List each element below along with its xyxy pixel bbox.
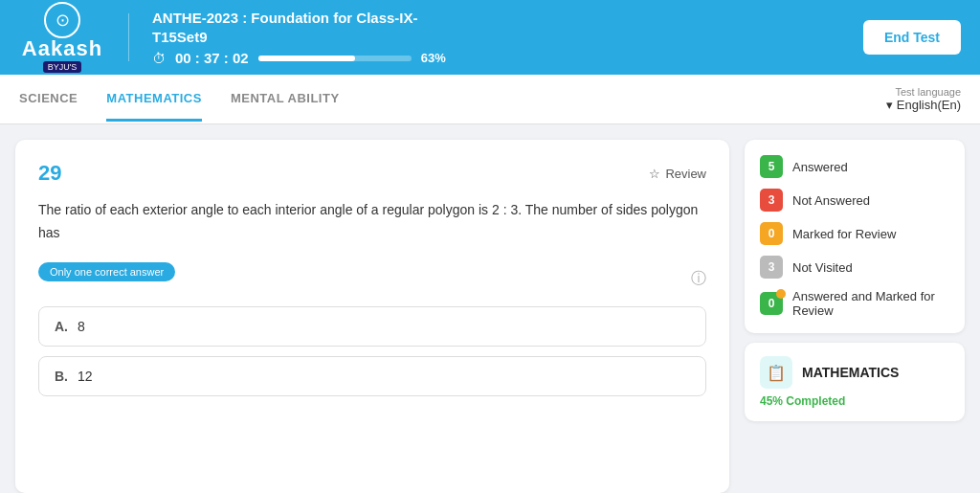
chevron-down-icon: ▾ (886, 98, 893, 112)
answered-marked-wrapper: 0 (760, 292, 783, 315)
lang-value-text: English(En) (897, 98, 961, 112)
progress-bar-fill (258, 56, 355, 61)
logo-icon: ⊙ (44, 2, 80, 38)
logo-text: Aakash (22, 38, 102, 59)
legend-marked: 0 Marked for Review (760, 222, 949, 245)
progress-bar-container (258, 56, 412, 61)
option-a-label: A. (55, 319, 68, 334)
question-number: 29 (38, 161, 61, 186)
question-header: 29 ☆ Review (38, 161, 706, 186)
option-b-value: 12 (78, 369, 93, 384)
tabs-bar: SCIENCE MATHEMATICS MENTAL ABILITY Test … (0, 75, 980, 124)
end-test-button[interactable]: End Test (863, 20, 961, 55)
tab-mental-ability[interactable]: MENTAL ABILITY (231, 78, 340, 122)
subject-name: MATHEMATICS (802, 365, 899, 380)
timer-icon: ⏱ (152, 51, 166, 66)
badge-row: Only one correct answer ⓘ (38, 262, 706, 297)
legend-answered: 5 Answered (760, 155, 949, 178)
legend-card: 5 Answered 3 Not Answered 0 Marked for R… (745, 140, 965, 333)
timer-value: 00 : 37 : 02 (175, 50, 249, 66)
answered-marked-dot (776, 289, 786, 299)
option-a-value: 8 (78, 319, 85, 334)
subject-icon: 📋 (760, 356, 792, 389)
legend-answered-marked: 0 Answered and Marked for Review (760, 289, 949, 318)
question-text: The ratio of each exterior angle to each… (38, 199, 706, 245)
legend-not-answered: 3 Not Answered (760, 189, 949, 212)
answered-marked-label: Answered and Marked for Review (792, 289, 949, 318)
exam-title-line1: ANTHE-2023 : Foundation for Class-IX- (152, 9, 848, 28)
language-selector[interactable]: Test language ▾ English(En) (886, 86, 961, 112)
not-visited-label: Not Visited (792, 260, 853, 275)
app-header: ⊙ Aakash BYJU'S ANTHE-2023 : Foundation … (0, 0, 980, 75)
tab-mathematics[interactable]: MATHEMATICS (106, 78, 202, 122)
review-button[interactable]: ☆ Review (649, 167, 706, 181)
subject-card-header: 📋 MATHEMATICS (760, 356, 949, 389)
header-info: ANTHE-2023 : Foundation for Class-IX- T1… (152, 9, 848, 66)
logo-byju: BYJU'S (43, 61, 82, 73)
lang-label: Test language (896, 86, 962, 98)
option-b-label: B. (55, 369, 68, 384)
star-icon: ☆ (649, 167, 660, 181)
not-answered-label: Not Answered (792, 193, 870, 208)
header-divider (128, 13, 129, 61)
subject-tabs: SCIENCE MATHEMATICS MENTAL ABILITY (19, 78, 886, 122)
answered-badge: 5 (760, 155, 783, 178)
review-label: Review (665, 167, 706, 181)
legend-not-visited: 3 Not Visited (760, 256, 949, 279)
main-content: 29 ☆ Review The ratio of each exterior a… (0, 124, 980, 493)
not-visited-badge: 3 (760, 256, 783, 279)
marked-badge: 0 (760, 222, 783, 245)
exam-title-line2: T15Set9 (152, 28, 848, 47)
option-b[interactable]: B. 12 (38, 356, 706, 396)
info-icon[interactable]: ⓘ (691, 269, 706, 289)
marked-label: Marked for Review (792, 227, 896, 241)
logo-area: ⊙ Aakash BYJU'S (19, 2, 105, 73)
subject-card: 📋 MATHEMATICS 45% Completed (745, 343, 965, 421)
lang-value[interactable]: ▾ English(En) (886, 98, 961, 112)
not-answered-badge: 3 (760, 189, 783, 212)
option-a[interactable]: A. 8 (38, 306, 706, 347)
tab-science[interactable]: SCIENCE (19, 78, 78, 122)
progress-percent: 63% (421, 51, 446, 65)
right-panel: 5 Answered 3 Not Answered 0 Marked for R… (745, 140, 965, 493)
answered-label: Answered (792, 160, 848, 174)
answer-type-badge: Only one correct answer (38, 262, 175, 281)
question-panel: 29 ☆ Review The ratio of each exterior a… (15, 140, 729, 493)
completed-text: 45% Completed (760, 394, 949, 408)
timer-row: ⏱ 00 : 37 : 02 63% (152, 50, 848, 66)
